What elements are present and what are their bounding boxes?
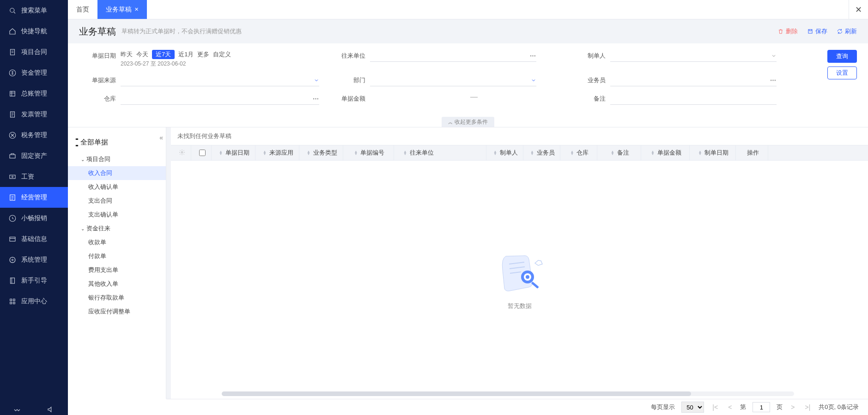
- sidebar-item-6[interactable]: 税务管理: [0, 125, 68, 145]
- amount-value: —: [470, 93, 478, 101]
- svg-rect-27: [531, 282, 539, 289]
- sort-icon: ▲▼: [263, 150, 267, 155]
- source-label: 单据来源: [79, 74, 116, 84]
- column-header[interactable]: ▲▼来源应用: [255, 145, 299, 160]
- chevron-down-icon: ⌄: [81, 226, 85, 231]
- sidebar-item-9[interactable]: 经营管理: [0, 187, 68, 208]
- tree-leaf-1-3[interactable]: 其他收入单: [68, 277, 166, 291]
- sort-icon: ▲▼: [403, 150, 407, 155]
- tree-header[interactable]: ▪▪▪▪ 全部单据: [68, 132, 166, 152]
- empty-text: 暂无数据: [508, 302, 532, 310]
- sidebar-item-10[interactable]: 小畅报销: [0, 208, 68, 229]
- column-header[interactable]: ▲▼单据日期: [212, 145, 255, 160]
- column-header[interactable]: ▲▼备注: [597, 145, 641, 160]
- refresh-button[interactable]: 刷新: [837, 27, 857, 36]
- tree-leaf-0-1[interactable]: 收入确认单: [68, 180, 166, 194]
- column-header[interactable]: ▲▼单据编号: [343, 145, 394, 160]
- sidebar-item-0[interactable]: 搜索菜单: [0, 0, 68, 21]
- column-header[interactable]: ▲▼仓库: [560, 145, 597, 160]
- sound-icon[interactable]: [47, 405, 55, 414]
- empty-state: 暂无数据: [171, 161, 868, 399]
- page-prev[interactable]: <: [726, 403, 734, 411]
- column-header[interactable]: ▲▼单据金额: [641, 145, 690, 160]
- sidebar-item-13[interactable]: 新手引导: [0, 270, 68, 291]
- per-page-select[interactable]: 50: [681, 402, 704, 413]
- grip-icon: ▪▪▪▪: [75, 136, 78, 149]
- sidebar-item-14[interactable]: 应用中心: [0, 291, 68, 312]
- page-summary: 共0页, 0条记录: [819, 403, 859, 411]
- money-icon: [8, 69, 17, 77]
- tab-1[interactable]: 业务草稿✕: [97, 0, 147, 19]
- page-next[interactable]: >: [789, 403, 796, 411]
- close-icon[interactable]: ✕: [134, 6, 139, 12]
- page-first[interactable]: |<: [710, 403, 720, 411]
- amount-label: 单据金额: [328, 93, 365, 103]
- close-all-tabs[interactable]: ✕: [849, 0, 868, 19]
- date-preset[interactable]: 自定义: [213, 50, 231, 59]
- handshake-icon[interactable]: [13, 405, 21, 414]
- tree-leaf-1-1[interactable]: 付款单: [68, 249, 166, 263]
- tree-leaf-1-4[interactable]: 银行存取款单: [68, 291, 166, 305]
- svg-rect-3: [10, 91, 15, 96]
- tree-group-0[interactable]: ⌄项目合同: [68, 152, 166, 166]
- tree-leaf-0-2[interactable]: 支出合同: [68, 194, 166, 208]
- warehouse-input[interactable]: ⋯: [121, 93, 319, 105]
- sidebar-item-5[interactable]: 发票管理: [0, 104, 68, 125]
- date-preset[interactable]: 近1月: [178, 50, 194, 59]
- source-input[interactable]: [121, 74, 319, 86]
- creator-input[interactable]: [610, 50, 777, 62]
- tree-leaf-1-5[interactable]: 应收应付调整单: [68, 305, 166, 319]
- date-preset[interactable]: 更多: [197, 50, 209, 59]
- column-header[interactable]: ▲▼业务员: [523, 145, 560, 160]
- tree-leaf-0-0[interactable]: 收入合同: [68, 166, 166, 180]
- sidebar-item-3[interactable]: 资金管理: [0, 62, 68, 83]
- dept-input[interactable]: [370, 74, 536, 86]
- date-preset[interactable]: 昨天: [121, 50, 133, 59]
- page-input[interactable]: [753, 402, 770, 412]
- sort-icon: ▲▼: [219, 150, 223, 155]
- salesman-input[interactable]: ⋯: [610, 74, 777, 86]
- column-header[interactable]: ▲▼业务类型: [299, 145, 343, 160]
- save-button[interactable]: 保存: [807, 27, 827, 36]
- delete-button[interactable]: 删除: [777, 27, 798, 36]
- sidebar-item-2[interactable]: 项目合同: [0, 42, 68, 62]
- info-icon: [8, 235, 17, 243]
- sidebar-item-1[interactable]: 快捷导航: [0, 21, 68, 42]
- date-preset[interactable]: 近7天: [152, 50, 175, 59]
- page-last[interactable]: >|: [803, 403, 813, 411]
- svg-rect-1: [11, 49, 15, 55]
- column-header[interactable]: ▲▼往来单位: [394, 145, 486, 160]
- select-all[interactable]: [191, 145, 212, 160]
- date-preset[interactable]: 今天: [136, 50, 148, 59]
- column-header[interactable]: 操作: [736, 145, 768, 160]
- tree-collapse[interactable]: «: [159, 134, 163, 141]
- tax-icon: [8, 131, 17, 139]
- tab-bar: 首页业务草稿✕ ✕: [68, 0, 868, 19]
- collapse-filters[interactable]: ︽收起更多条件: [442, 117, 494, 127]
- manage-icon: [8, 193, 17, 202]
- tab-0[interactable]: 首页: [68, 0, 97, 19]
- sort-icon: ▲▼: [698, 150, 702, 155]
- tree-leaf-1-0[interactable]: 收款单: [68, 235, 166, 249]
- svg-rect-19: [808, 30, 812, 33]
- pagination-bar: 每页显示 50 |< < 第 页 > >| 共0页, 0条记录: [166, 399, 868, 415]
- date-presets: 昨天今天近7天近1月更多自定义: [121, 50, 328, 59]
- remark-input[interactable]: [610, 93, 777, 105]
- tree-leaf-1-2[interactable]: 费用支出单: [68, 263, 166, 277]
- tree-leaf-0-3[interactable]: 支出确认单: [68, 208, 166, 222]
- tree-group-1[interactable]: ⌄资金往来: [68, 222, 166, 235]
- sidebar-item-7[interactable]: 固定资产: [0, 145, 68, 166]
- settings-button[interactable]: 设置: [827, 66, 857, 79]
- sidebar-item-12[interactable]: 系统管理: [0, 249, 68, 270]
- h-scrollbar[interactable]: [222, 391, 794, 396]
- svg-point-26: [526, 275, 529, 279]
- sidebar-item-4[interactable]: 总账管理: [0, 83, 68, 104]
- category-tree: ▪▪▪▪ 全部单据 « ⌄项目合同收入合同收入确认单支出合同支出确认单⌄资金往来…: [68, 127, 166, 399]
- column-header[interactable]: ▲▼制单人: [486, 145, 523, 160]
- query-button[interactable]: 查询: [827, 50, 857, 63]
- partner-input[interactable]: ⋯: [370, 50, 536, 62]
- sidebar-item-11[interactable]: 基础信息: [0, 229, 68, 249]
- sidebar-item-8[interactable]: 工资: [0, 166, 68, 187]
- column-header[interactable]: ▲▼制单日期: [690, 145, 736, 160]
- column-settings[interactable]: [171, 145, 191, 160]
